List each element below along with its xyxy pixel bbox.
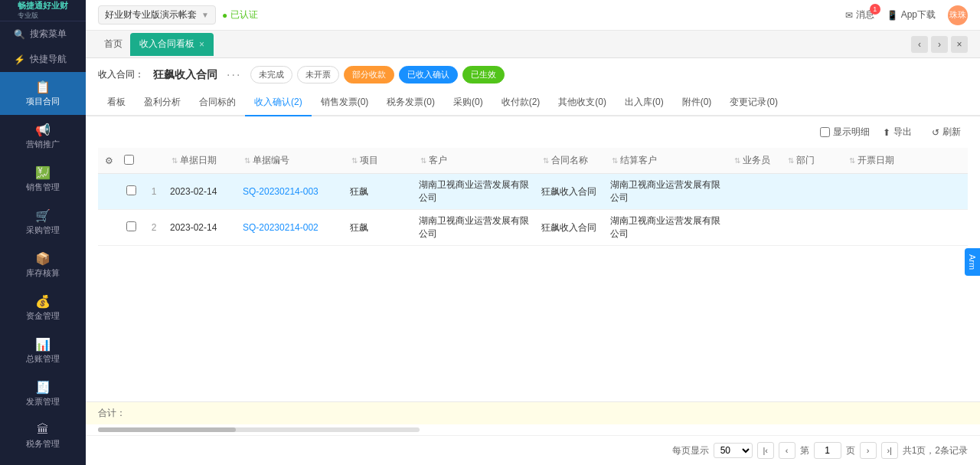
sidebar-label-inventory: 库存核算	[26, 267, 60, 279]
tab-payment[interactable]: 收付款(2)	[492, 90, 550, 116]
row2-date: 2023-02-14	[165, 210, 238, 246]
sidebar-item-funds[interactable]: 💰 资金管理	[0, 287, 86, 329]
row2-settings-cell	[98, 210, 119, 246]
page-label-text: 第	[800, 444, 809, 457]
purchase-icon: 🛒	[35, 208, 51, 223]
sidebar-label-project: 项目合同	[26, 96, 60, 107]
lightning-icon: ⚡	[14, 54, 25, 65]
more-options-button[interactable]: ···	[227, 68, 241, 82]
row2-num: 2	[142, 210, 165, 246]
sidebar-item-search[interactable]: 🔍 搜索菜单	[0, 21, 86, 47]
close-tab-button[interactable]: ×	[199, 39, 204, 50]
row1-project: 狂飙	[345, 174, 414, 210]
sidebar-label-marketing: 营销推广	[26, 139, 60, 150]
date-column-header[interactable]: ⇅ 单据日期	[165, 148, 238, 174]
user-avatar[interactable]: 珠珠	[948, 5, 968, 25]
staff-column-header[interactable]: ⇅ 业务员	[728, 148, 782, 174]
tab-tax-invoice[interactable]: 税务发票(0)	[377, 90, 444, 116]
sidebar-label-tax: 税务管理	[26, 438, 60, 450]
sidebar-item-assets[interactable]: 🏢 固定资产	[0, 457, 86, 465]
show-detail-checkbox[interactable]	[820, 127, 830, 137]
row2-no-link[interactable]: SQ-20230214-002	[243, 222, 318, 233]
sidebar-item-tax[interactable]: 🏛 税务管理	[0, 415, 86, 457]
tab-revenue-confirm[interactable]: 收入确认(2)	[245, 90, 312, 116]
page-total: 共1页，2条记录	[903, 444, 968, 457]
active-tab[interactable]: 收入合同看板 ×	[130, 33, 214, 56]
tab-inout-stock[interactable]: 出入库(0)	[616, 90, 673, 116]
avatar-image: 珠珠	[948, 5, 968, 25]
tab-contract-items[interactable]: 合同标的	[190, 90, 245, 116]
message-button[interactable]: ✉ 1 消息	[845, 8, 874, 21]
contract-column-header[interactable]: ⇅ 合同名称	[537, 148, 606, 174]
page-number-input[interactable]	[814, 442, 841, 459]
sidebar-item-marketing[interactable]: 📢 营销推广	[0, 115, 86, 158]
table-container: ⚙ ⇅ 单据日期 ⇅ 单据编号	[86, 148, 980, 401]
tab-close-button[interactable]: ×	[951, 36, 968, 53]
settle-column-header[interactable]: ⇅ 结算客户	[606, 148, 728, 174]
sidebar-item-project[interactable]: 📋 项目合同	[0, 72, 86, 115]
row2-dept	[782, 210, 843, 246]
tax-icon: 🏛	[37, 423, 49, 437]
no-column-header[interactable]: ⇅ 单据编号	[238, 148, 345, 174]
tab-sales-invoice[interactable]: 销售发票(0)	[312, 90, 378, 116]
select-all-checkbox[interactable]	[124, 155, 134, 165]
export-icon: ⬆	[883, 127, 890, 138]
horizontal-scrollbar[interactable]	[98, 427, 420, 432]
row2-checkbox[interactable]	[126, 221, 136, 231]
row1-checkbox[interactable]	[126, 185, 136, 195]
sidebar-label-quicknav: 快捷导航	[30, 53, 67, 66]
home-tab[interactable]: 首页	[98, 38, 129, 51]
right-quick-action[interactable]: Arm	[965, 247, 980, 275]
tab-change-records[interactable]: 变更记录(0)	[720, 90, 787, 116]
tab-other-income[interactable]: 其他收支(0)	[549, 90, 616, 116]
sidebar-item-sales[interactable]: 💹 销售管理	[0, 158, 86, 201]
status-uninvoiced-button[interactable]: 未开票	[297, 66, 339, 84]
row1-no-link[interactable]: SQ-20230214-003	[243, 186, 318, 197]
summary-label: 合计：	[98, 408, 126, 418]
contract-title-row: 收入合同： 狂飙收入合同 ··· 未完成 未开票 部分收款 已收入确认 已生效	[98, 66, 968, 84]
first-page-button[interactable]: |‹	[757, 442, 774, 459]
customer-sort-icon: ⇅	[420, 156, 426, 165]
app-name: 畅捷通好业财	[18, 0, 68, 11]
table-row[interactable]: 1 2023-02-14 SQ-20230214-003 狂飙 湖南卫视商业运营…	[98, 174, 968, 210]
tab-board[interactable]: 看板	[98, 90, 135, 116]
sidebar-item-quicknav[interactable]: ⚡ 快捷导航	[0, 47, 86, 72]
status-incomplete-button[interactable]: 未完成	[250, 66, 292, 84]
billdate-column-header[interactable]: ⇅ 开票日期	[843, 148, 968, 174]
export-button[interactable]: ⬆ 导出	[876, 123, 919, 142]
sidebar-item-invoice[interactable]: 🧾 发票管理	[0, 372, 86, 415]
sidebar-item-purchase[interactable]: 🛒 采购管理	[0, 201, 86, 244]
row1-checkbox-cell	[119, 174, 142, 210]
tab-profit[interactable]: 盈利分析	[135, 90, 190, 116]
show-detail-label: 显示明细	[833, 126, 870, 139]
project-column-header[interactable]: ⇅ 项目	[345, 148, 414, 174]
scrollbar-thumb[interactable]	[98, 427, 236, 432]
sidebar-item-inventory[interactable]: 📦 库存核算	[0, 244, 86, 287]
row-num-column-header	[142, 148, 165, 174]
dept-column-header[interactable]: ⇅ 部门	[782, 148, 843, 174]
customer-column-header[interactable]: ⇅ 客户	[414, 148, 537, 174]
tab-prev-button[interactable]: ‹	[911, 36, 928, 53]
table-row[interactable]: 2 2023-02-14 SQ-20230214-002 狂飙 湖南卫视商业运营…	[98, 210, 968, 246]
tab-attachments[interactable]: 附件(0)	[673, 90, 721, 116]
company-selector[interactable]: 好业财专业版演示帐套 ▼	[98, 5, 216, 25]
next-page-button[interactable]: ›	[860, 442, 877, 459]
refresh-button[interactable]: ↺ 刷新	[925, 123, 968, 142]
status-partial-payment-button[interactable]: 部分收款	[344, 66, 394, 84]
tab-next-button[interactable]: ›	[931, 36, 948, 53]
app-logo: 畅捷通好业财 专业版	[0, 0, 86, 21]
app-download-button[interactable]: 📱 App下载	[887, 8, 936, 21]
status-confirmed-button[interactable]: 已收入确认	[399, 66, 458, 84]
per-page-select[interactable]: 20 50 100 200	[714, 443, 753, 458]
last-page-button[interactable]: ›|	[881, 442, 898, 459]
inventory-icon: 📦	[35, 251, 51, 266]
sidebar-item-ledger[interactable]: 📊 总账管理	[0, 329, 86, 372]
row1-settings-cell	[98, 174, 119, 210]
sidebar-label-ledger: 总账管理	[26, 353, 60, 365]
pagination: 每页显示 20 50 100 200 |‹ ‹ 第 页 › ›| 共1页，2条记…	[86, 435, 980, 465]
topbar-right: ✉ 1 消息 📱 App下载 珠珠	[845, 5, 968, 25]
prev-page-button[interactable]: ‹	[779, 442, 795, 459]
settings-column-header[interactable]: ⚙	[98, 148, 119, 174]
status-effective-button[interactable]: 已生效	[462, 66, 505, 84]
tab-purchase[interactable]: 采购(0)	[444, 90, 492, 116]
